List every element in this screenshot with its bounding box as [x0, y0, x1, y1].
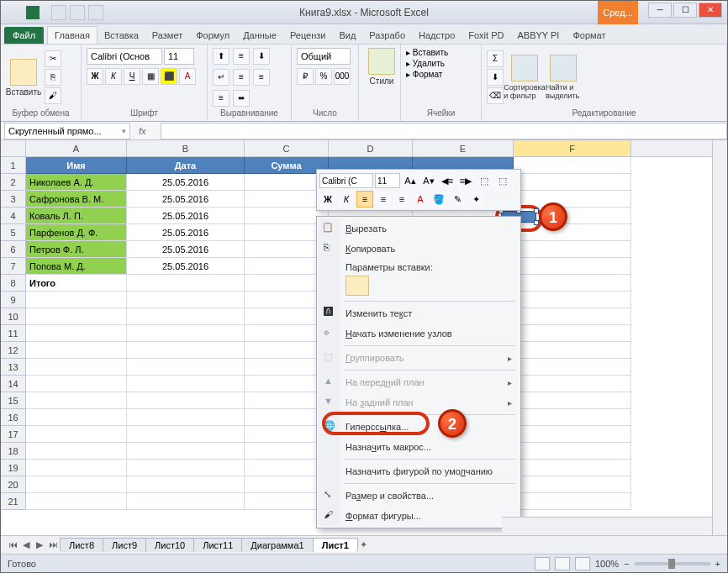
- cell[interactable]: [514, 460, 631, 476]
- col-header-c[interactable]: C: [245, 140, 329, 156]
- sheet-nav-next[interactable]: ▶: [33, 539, 46, 552]
- tab-home[interactable]: Главная: [47, 26, 98, 44]
- ctx-edit-text[interactable]: 🅰Изменить текст: [319, 303, 519, 323]
- cell[interactable]: [127, 443, 245, 460]
- mini-grow-font-button[interactable]: A▴: [402, 172, 419, 189]
- cell[interactable]: [26, 292, 127, 308]
- copy-icon[interactable]: ⎘: [45, 69, 61, 86]
- cell[interactable]: Парфенов Д. Ф.: [26, 224, 127, 241]
- help-button[interactable]: Сред...: [598, 1, 638, 24]
- cell[interactable]: [514, 443, 631, 460]
- find-select-button[interactable]: Найти и выделить: [546, 55, 581, 100]
- close-button[interactable]: ✕: [699, 3, 722, 18]
- border-button[interactable]: ▦: [142, 68, 159, 85]
- align-left-button[interactable]: ≡: [233, 69, 250, 86]
- col-header-e[interactable]: E: [413, 140, 514, 156]
- cell[interactable]: [26, 342, 127, 359]
- cell[interactable]: [127, 342, 245, 359]
- cell[interactable]: Николаев А. Д.: [26, 174, 127, 191]
- cell[interactable]: [514, 308, 631, 325]
- minimize-button[interactable]: ─: [648, 3, 672, 18]
- align-middle-button[interactable]: ≡: [233, 48, 250, 65]
- mini-format-button[interactable]: ⬚: [494, 172, 511, 189]
- cell[interactable]: [26, 308, 127, 325]
- align-bottom-button[interactable]: ⬇: [253, 48, 270, 65]
- cell[interactable]: 25.05.2016: [127, 191, 245, 208]
- wrap-text-button[interactable]: ↵: [213, 69, 229, 86]
- redo-icon[interactable]: [88, 5, 103, 20]
- cell[interactable]: [514, 275, 631, 292]
- mini-indent-dec-button[interactable]: ◀≡: [439, 172, 456, 189]
- number-format-select[interactable]: [297, 48, 351, 65]
- sheet-tab-active[interactable]: Лист1: [313, 538, 358, 552]
- row-header[interactable]: 12: [1, 342, 26, 359]
- mini-align-left-button[interactable]: ≡: [356, 191, 373, 208]
- row-header[interactable]: 15: [1, 392, 26, 409]
- cell[interactable]: [26, 376, 127, 392]
- tab-foxit[interactable]: Foxit PD: [462, 27, 510, 44]
- format-cells-button[interactable]: ▸ Формат: [406, 70, 442, 79]
- cell[interactable]: [127, 476, 245, 493]
- cell[interactable]: Сафронова В. М.: [26, 191, 127, 208]
- cell[interactable]: [127, 308, 245, 325]
- cell[interactable]: [26, 443, 127, 460]
- cell[interactable]: [127, 426, 245, 443]
- cell[interactable]: [26, 392, 127, 409]
- tab-developer[interactable]: Разрабо: [362, 27, 412, 44]
- row-header[interactable]: 6: [1, 241, 26, 258]
- format-painter-icon[interactable]: 🖌: [45, 87, 61, 104]
- tab-insert[interactable]: Вставка: [98, 27, 145, 44]
- cell[interactable]: [514, 376, 631, 392]
- undo-icon[interactable]: [70, 5, 85, 20]
- row-header[interactable]: 4: [1, 208, 26, 224]
- cell[interactable]: [26, 460, 127, 476]
- mini-font-select[interactable]: [319, 173, 373, 188]
- row-header[interactable]: 9: [1, 292, 26, 308]
- col-header-d[interactable]: D: [329, 140, 413, 156]
- row-header[interactable]: 3: [1, 191, 26, 208]
- cell[interactable]: [26, 476, 127, 493]
- cell[interactable]: [514, 392, 631, 409]
- mini-font-color-button[interactable]: A: [412, 191, 429, 208]
- row-header[interactable]: 10: [1, 308, 26, 325]
- merge-button[interactable]: ⬌: [233, 90, 250, 107]
- comma-button[interactable]: 000: [334, 68, 351, 85]
- view-normal-button[interactable]: [535, 557, 550, 570]
- ctx-edit-points[interactable]: ⟐Начать изменение узлов: [319, 323, 519, 344]
- align-center-button[interactable]: ≡: [253, 69, 270, 86]
- cell[interactable]: [514, 157, 631, 174]
- row-header[interactable]: 19: [1, 460, 26, 476]
- ctx-assign-macro[interactable]: Назначить макрос...: [319, 437, 519, 457]
- cell[interactable]: Петров Ф. Л.: [26, 241, 127, 258]
- align-right-button[interactable]: ≡: [213, 90, 229, 107]
- cell[interactable]: 25.05.2016: [127, 224, 245, 241]
- mini-style-button[interactable]: ⬚: [476, 172, 493, 189]
- mini-effects-button[interactable]: ✦: [467, 191, 484, 208]
- row-header[interactable]: 2: [1, 174, 26, 191]
- zoom-level[interactable]: 100%: [595, 559, 619, 569]
- tab-view[interactable]: Вид: [332, 27, 362, 44]
- cell[interactable]: [127, 409, 245, 426]
- font-color-button[interactable]: A: [179, 68, 196, 85]
- cell[interactable]: Попова М. Д.: [26, 258, 127, 275]
- tab-data[interactable]: Данные: [236, 27, 283, 44]
- col-header-f[interactable]: F: [514, 140, 631, 156]
- cell[interactable]: [26, 493, 127, 510]
- col-header-a[interactable]: A: [26, 140, 127, 156]
- cell[interactable]: [127, 392, 245, 409]
- ctx-size-props[interactable]: ⤡Размер и свойства...: [319, 486, 519, 506]
- mini-bold-button[interactable]: Ж: [319, 191, 336, 208]
- select-all-corner[interactable]: [1, 140, 26, 156]
- fill-button[interactable]: ⬇: [487, 69, 504, 86]
- cell[interactable]: [127, 292, 245, 308]
- ctx-format-shape[interactable]: 🖌Формат фигуры...: [319, 506, 519, 526]
- tab-addins[interactable]: Надстро: [412, 27, 462, 44]
- sheet-tab[interactable]: Диаграмма1: [241, 538, 313, 552]
- paste-button[interactable]: Вставить: [6, 59, 41, 97]
- vertical-scrollbar[interactable]: [712, 140, 727, 535]
- name-box[interactable]: Скругленный прямо...: [4, 123, 130, 139]
- cut-icon[interactable]: ✂: [45, 50, 61, 67]
- sheet-tab[interactable]: Лист8: [60, 538, 103, 552]
- autosum-button[interactable]: Σ: [487, 50, 504, 67]
- font-name-select[interactable]: [87, 48, 162, 65]
